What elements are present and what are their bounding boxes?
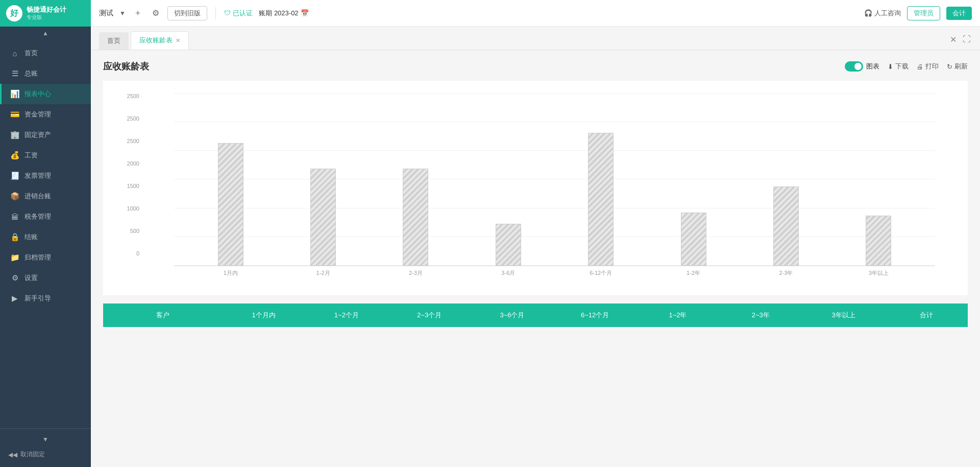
sidebar-item-guide[interactable]: ▶ 新手引导: [0, 288, 91, 309]
x-label-3-6m: 3-6月: [496, 269, 521, 277]
y-label-1500: 1500: [127, 183, 139, 189]
sidebar-item-tax[interactable]: 🏛 税务管理: [0, 206, 91, 227]
archive-icon: 📁: [10, 253, 19, 262]
bar-3-6m: [496, 224, 521, 266]
download-button[interactable]: ⬇ 下载: [888, 62, 909, 71]
sidebar-item-funds[interactable]: 💳 资金管理: [0, 104, 91, 125]
expand-tab-icon[interactable]: ⛶: [962, 34, 972, 45]
sidebar-item-label: 结账: [24, 232, 38, 242]
print-label: 打印: [925, 62, 939, 71]
closing-icon: 🔒: [10, 232, 19, 242]
period-value: 2023-02: [274, 9, 299, 17]
chart-inner: [174, 93, 935, 266]
tab-aging[interactable]: 应收账龄表 ✕: [131, 31, 189, 50]
sidebar: 好 畅捷通好会计 专业版 ▲ ⌂ 首页 ☰ 总账 📊 报表中心 💳 资金管理 🏢…: [0, 0, 91, 467]
sidebar-item-label: 固定资产: [24, 130, 51, 139]
sidebar-item-archive[interactable]: 📁 归档管理: [0, 247, 91, 268]
refresh-button[interactable]: ↻ 刷新: [947, 62, 968, 71]
bars-row: [174, 93, 935, 266]
sidebar-item-label: 发票管理: [24, 171, 51, 180]
sidebar-item-ledger[interactable]: ☰ 总账: [0, 63, 91, 84]
cancel-fixed-button[interactable]: ◀◀ 取消固定: [0, 446, 91, 463]
workspace-title: 测试: [99, 9, 113, 18]
workspace-settings-button[interactable]: ⚙: [150, 6, 161, 20]
sidebar-logo: 好 畅捷通好会计 专业版: [0, 0, 91, 27]
bar-3y-plus: [866, 216, 891, 266]
admin-button[interactable]: 管理员: [907, 6, 940, 20]
sidebar-item-assets[interactable]: 🏢 固定资产: [0, 125, 91, 145]
page-header: 应收账龄表 图表 ⬇ 下载 🖨 打印 ↻ 刷新: [103, 60, 968, 73]
table-header-2-3y: 2~3年: [719, 303, 802, 327]
bar-1m: [218, 143, 243, 266]
add-workspace-button[interactable]: ＋: [132, 6, 144, 20]
tab-home[interactable]: 首页: [99, 32, 129, 50]
y-label-2500c: 2500: [127, 138, 139, 144]
reports-icon: 📊: [10, 89, 19, 99]
x-label-1-2m: 1-2月: [310, 269, 336, 277]
app-logo-icon: 好: [6, 5, 22, 21]
sidebar-nav: ⌂ 首页 ☰ 总账 📊 报表中心 💳 资金管理 🏢 固定资产 💰 工资 🧾 发票…: [0, 40, 91, 428]
sidebar-item-reports[interactable]: 📊 报表中心: [0, 84, 91, 104]
sidebar-item-inventory[interactable]: 📦 进销台账: [0, 186, 91, 206]
table-header-1-2m: 1~2个月: [305, 303, 388, 327]
accounting-period: 账期 2023-02 📅: [259, 9, 309, 18]
workspace-dropdown[interactable]: ▼: [119, 10, 126, 17]
y-label-2500a: 2500: [127, 93, 139, 99]
sidebar-item-label: 工资: [24, 151, 38, 160]
print-icon: 🖨: [917, 63, 923, 71]
bar-6-12m: [588, 133, 614, 266]
table-header-total: 合计: [885, 303, 968, 327]
sidebar-scroll-up[interactable]: ▲: [0, 27, 91, 40]
shield-icon: 🛡: [224, 9, 231, 17]
cancel-fixed-label: 取消固定: [20, 450, 45, 459]
bar-2-3y: [773, 186, 799, 266]
sidebar-item-settings[interactable]: ⚙ 设置: [0, 268, 91, 288]
bar-group-3y-plus: [866, 216, 891, 266]
tax-icon: 🏛: [10, 213, 19, 221]
sidebar-item-label: 新手引导: [24, 294, 51, 303]
funds-icon: 💳: [10, 110, 19, 119]
chart-x-labels: 1月内 1-2月 2-3月 3-6月 6-12个月 1-2年 2-3年 3年以上: [174, 269, 935, 277]
close-tab-icon[interactable]: ✕: [949, 34, 958, 45]
assets-icon: 🏢: [10, 130, 19, 139]
bar-1-2m: [310, 169, 336, 266]
x-label-6-12m: 6-12个月: [588, 269, 614, 277]
calendar-icon[interactable]: 📅: [301, 9, 309, 17]
bar-group-1-2y: [681, 213, 706, 266]
table-header-customer: 客户: [103, 303, 222, 327]
chart-toggle[interactable]: 图表: [845, 61, 879, 72]
bar-chart: 2500 2500 2500 2000 1500 1000 500 0: [115, 93, 955, 277]
chart-y-axis: 2500 2500 2500 2000 1500 1000 500 0: [115, 93, 143, 256]
sidebar-scroll-down[interactable]: ▼: [0, 433, 91, 446]
payroll-icon: 💰: [10, 151, 19, 160]
bar-group-2-3m: [403, 169, 428, 266]
bar-2-3m: [403, 169, 428, 266]
accountant-button[interactable]: 会计: [946, 7, 972, 20]
pin-left-icon: ◀◀: [8, 451, 17, 458]
sidebar-item-payroll[interactable]: 💰 工资: [0, 145, 91, 166]
print-button[interactable]: 🖨 打印: [917, 62, 939, 71]
refresh-icon: ↻: [947, 63, 952, 71]
y-label-2500b: 2500: [127, 115, 139, 122]
y-label-1000: 1000: [127, 205, 139, 212]
app-name-group: 畅捷通好会计 专业版: [27, 6, 66, 21]
sidebar-item-home[interactable]: ⌂ 首页: [0, 43, 91, 63]
chart-inner-wrapper: 1月内 1-2月 2-3月 3-6月 6-12个月 1-2年 2-3年 3年以上: [174, 93, 935, 277]
sidebar-item-closing[interactable]: 🔒 结账: [0, 227, 91, 247]
download-label: 下载: [895, 62, 909, 71]
download-icon: ⬇: [888, 63, 893, 71]
switch-version-button[interactable]: 切到旧版: [167, 6, 207, 20]
y-label-2000: 2000: [127, 160, 139, 167]
chart-toggle-switch[interactable]: [845, 61, 863, 72]
help-label: 人工咨询: [874, 9, 901, 18]
table-header-row: 客户 1个月内 1~2个月 2~3个月 3~6个月 6~12个月 1~2年 2~…: [103, 303, 968, 327]
tab-aging-label: 应收账龄表: [139, 36, 173, 45]
help-button[interactable]: 🎧 人工咨询: [864, 9, 901, 18]
bar-group-1m: [218, 143, 243, 266]
ledger-icon: ☰: [10, 69, 19, 78]
sidebar-item-label: 报表中心: [24, 89, 51, 99]
page-content: 应收账龄表 图表 ⬇ 下载 🖨 打印 ↻ 刷新: [91, 50, 980, 467]
x-label-2-3m: 2-3月: [403, 269, 428, 277]
tab-close-button[interactable]: ✕: [176, 37, 180, 44]
sidebar-item-invoices[interactable]: 🧾 发票管理: [0, 166, 91, 186]
